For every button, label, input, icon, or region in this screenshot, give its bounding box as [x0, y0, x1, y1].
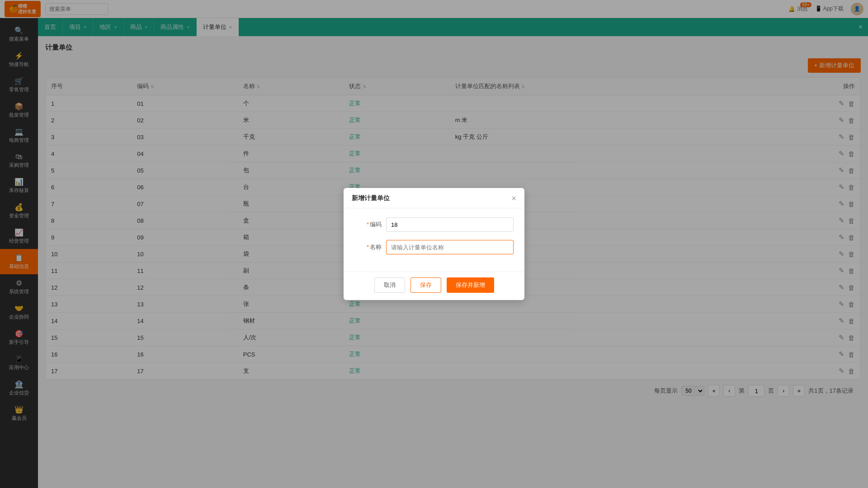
modal-title: 新增计量单位 — [352, 194, 390, 202]
add-unit-modal: 新增计量单位 × *编码 *名称 取消 保存 保存并新增 — [344, 188, 524, 300]
modal-close-btn[interactable]: × — [511, 194, 516, 202]
modal-cancel-btn[interactable]: 取消 — [374, 277, 405, 293]
form-row-name: *名称 — [354, 240, 514, 254]
modal-overlay: 新增计量单位 × *编码 *名称 取消 保存 保存并新增 — [0, 0, 868, 488]
required-star-code: * — [367, 221, 369, 228]
name-input[interactable] — [386, 240, 514, 254]
modal-header: 新增计量单位 × — [344, 188, 524, 208]
modal-save-btn[interactable]: 保存 — [410, 277, 441, 293]
modal-footer: 取消 保存 保存并新增 — [344, 272, 524, 300]
name-label: *名称 — [354, 243, 382, 251]
required-star-name: * — [367, 244, 369, 250]
form-row-code: *编码 — [354, 217, 514, 232]
code-label: *编码 — [354, 221, 382, 229]
modal-body: *编码 *名称 — [344, 208, 524, 272]
code-input[interactable] — [386, 217, 514, 232]
modal-save-add-btn[interactable]: 保存并新增 — [447, 277, 494, 293]
